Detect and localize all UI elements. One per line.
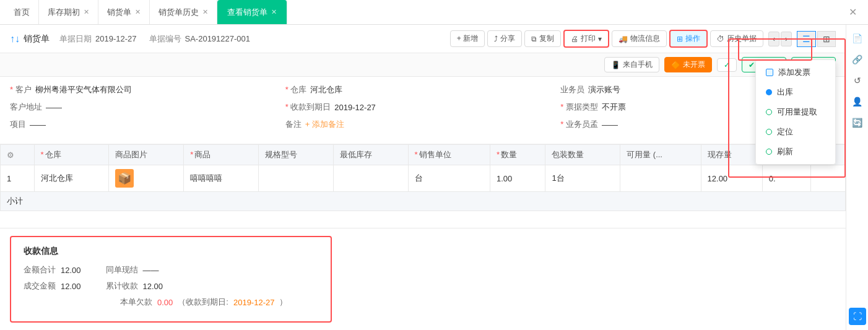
sidebar-icon-expand[interactable]: ⛶	[849, 308, 866, 325]
history-icon: ⏱	[717, 35, 724, 43]
nav-arrows: ‹ ›	[768, 32, 792, 46]
cumulative-payment-field: 累计收款 12.00	[106, 280, 163, 292]
doc-number-field: 单据编号 SA-20191227-001	[149, 33, 251, 45]
sidebar-icon-user[interactable]: 👤	[849, 93, 866, 110]
row-spec	[258, 165, 333, 192]
tab-sale-history[interactable]: 销货单历史 ✕	[150, 0, 217, 24]
print-button[interactable]: 🖨 打印 ▾	[563, 30, 609, 48]
col-settings[interactable]: ⚙	[1, 145, 35, 165]
customer-value: 柳州粤港平安气体有限公司	[35, 84, 132, 95]
doc-meta: 单据日期 2019-12-27 单据编号 SA-20191227-001	[59, 33, 440, 45]
project-field: 项目 ——	[10, 119, 285, 130]
row-min-stock	[333, 165, 408, 192]
doc-date-field: 单据日期 2019-12-27	[59, 33, 137, 45]
tab-inventory[interactable]: 库存期初 ✕	[39, 0, 98, 24]
row-unit: 台	[408, 165, 490, 192]
check-circle-icon: ✔	[749, 61, 755, 69]
subtotal-label: 小计	[1, 192, 846, 211]
secondary-toolbar: 📱 来自手机 🔶 未开票 ✓ ✔ 已核销 ✔ 已生效	[0, 53, 846, 77]
payment-info-row-1: 金额合计 12.00 同单现结 ——	[24, 264, 318, 276]
dropdown-refresh[interactable]: 刷新	[756, 142, 835, 162]
sidebar-icon-refresh[interactable]: ↺	[849, 72, 866, 89]
col-warehouse: *仓库	[34, 145, 109, 165]
prev-button[interactable]: ‹	[768, 32, 779, 46]
col-spec: 规格型号	[258, 145, 333, 165]
add-invoice-icon	[766, 69, 773, 76]
col-current: 现存量	[701, 145, 762, 165]
staff2-label: 业务员孟	[560, 119, 598, 130]
close-tab-inventory[interactable]: ✕	[84, 8, 89, 16]
row-warehouse: 河北仓库	[34, 165, 109, 192]
avail-extract-icon	[766, 109, 772, 115]
col-qty: *数量	[490, 145, 545, 165]
form-row-2: 客户地址 —— 收款到期日 2019-12-27 票据类型 不开票	[10, 102, 836, 113]
customer-label: 客户	[10, 84, 32, 95]
warehouse-field: 仓库 河北仓库	[285, 84, 561, 95]
check-button[interactable]: ✓	[717, 58, 737, 72]
tab-view-sale[interactable]: 查看销货单 ✕	[217, 0, 287, 24]
address-field: 客户地址 ——	[10, 102, 285, 113]
operations-button[interactable]: ⊞ 操作	[669, 30, 708, 48]
dropdown-add-invoice[interactable]: 添加发票	[756, 63, 835, 82]
sidebar-icon-sync[interactable]: 🔄	[849, 114, 866, 131]
tab-home[interactable]: 首页	[5, 0, 39, 24]
dropdown-outbound[interactable]: 出库	[756, 82, 835, 102]
sidebar-icon-doc[interactable]: 📄	[849, 30, 866, 47]
share-button[interactable]: ⤴ 分享	[487, 30, 522, 47]
layout-list-button[interactable]: ☰	[797, 31, 816, 47]
add-note-button[interactable]: + 添加备注	[305, 119, 344, 130]
not-open-button[interactable]: 🔶 未开票	[664, 57, 712, 72]
due-date-value: 2019-12-27	[334, 103, 376, 112]
dropdown-locate[interactable]: 定位	[756, 122, 835, 142]
layout-grid-button[interactable]: ⊞	[817, 31, 836, 47]
close-window-button[interactable]: ✕	[843, 6, 863, 18]
ticket-value: 不开票	[602, 102, 626, 113]
customer-field: 客户 柳州粤港平安气体有限公司	[10, 84, 285, 95]
doc-title: ↑↓ 销货单	[10, 33, 50, 45]
settings-icon[interactable]: ⚙	[7, 150, 14, 160]
doc-header: ↑↓ 销货单 单据日期 2019-12-27 单据编号 SA-20191227-…	[0, 25, 846, 53]
tab-bar: 首页 库存期初 ✕ 销货单 ✕ 销货单历史 ✕ 查看销货单 ✕ ✕	[0, 0, 868, 25]
row-image: 📦	[109, 165, 184, 192]
close-tab-sale-order[interactable]: ✕	[135, 8, 141, 16]
copy-button[interactable]: ⧉ 复制	[524, 30, 561, 47]
sidebar-icon-link[interactable]: 🔗	[849, 51, 866, 68]
phone-icon: 📱	[611, 61, 620, 69]
address-label: 客户地址	[10, 102, 42, 113]
staff2-value: ——	[602, 120, 618, 129]
dropdown-avail-extract[interactable]: 可用量提取	[756, 102, 835, 122]
new-button[interactable]: + 新增	[450, 30, 485, 47]
tab-sale-order[interactable]: 销货单 ✕	[98, 0, 150, 24]
row-qty: 1.00	[490, 165, 545, 192]
payment-info-row-3: 本单欠款 0.00 （收款到期日: 2019-12-27）	[24, 297, 318, 308]
note-field: 备注 + 添加备注	[285, 119, 561, 130]
operations-dropdown: 添加发票 出库 可用量提取 定位 刷新	[755, 59, 836, 165]
due-date-field: 收款到期日 2019-12-27	[285, 102, 561, 113]
locate-icon	[766, 129, 772, 135]
bottom-section: 收款信息 金额合计 12.00 同单现结 —— 成交金额 12.00 累计收款	[0, 228, 846, 330]
toolbar: + 新增 ⤴ 分享 ⧉ 复制 🖨 打印 ▾ 🚚 物流信息 ⊞ 操作	[450, 30, 836, 48]
history-button[interactable]: ⏱ 历史单据	[710, 30, 763, 47]
document-container: ↑↓ 销货单 单据日期 2019-12-27 单据编号 SA-20191227-…	[0, 25, 846, 330]
close-tab-view-sale[interactable]: ✕	[271, 8, 277, 16]
payment-info-box: 收款信息 金额合计 12.00 同单现结 —— 成交金额 12.00 累计收款	[10, 236, 332, 323]
close-tab-sale-history[interactable]: ✕	[202, 8, 208, 16]
form-section: 客户 柳州粤港平安气体有限公司 仓库 河北仓库 业务员 演示账号 客户地址 ——…	[0, 77, 846, 144]
outbound-icon	[766, 89, 772, 95]
logistics-button[interactable]: 🚚 物流信息	[612, 30, 667, 47]
right-sidebar: 📄 🔗 ↺ 👤 🔄 ⛶	[846, 25, 868, 330]
col-pack-qty: 包装数量	[545, 145, 620, 165]
ticket-icon: 🔶	[671, 61, 680, 69]
row-product: 嘻嘻嘻嘻	[184, 165, 259, 192]
operations-grid-icon: ⊞	[677, 35, 683, 43]
from-phone-button[interactable]: 📱 来自手机	[604, 57, 659, 72]
note-label: 备注	[285, 119, 302, 130]
payment-info-title: 收款信息	[24, 246, 318, 257]
share-icon: ⤴	[494, 35, 498, 43]
warehouse-value: 河北仓库	[310, 84, 342, 95]
payment-info-row-2: 成交金额 12.00 累计收款 12.00	[24, 280, 318, 292]
next-button[interactable]: ›	[781, 32, 792, 46]
deal-amount-field: 成交金额 12.00	[24, 280, 81, 292]
row-num: 1	[1, 165, 35, 192]
refresh-icon	[766, 149, 772, 155]
